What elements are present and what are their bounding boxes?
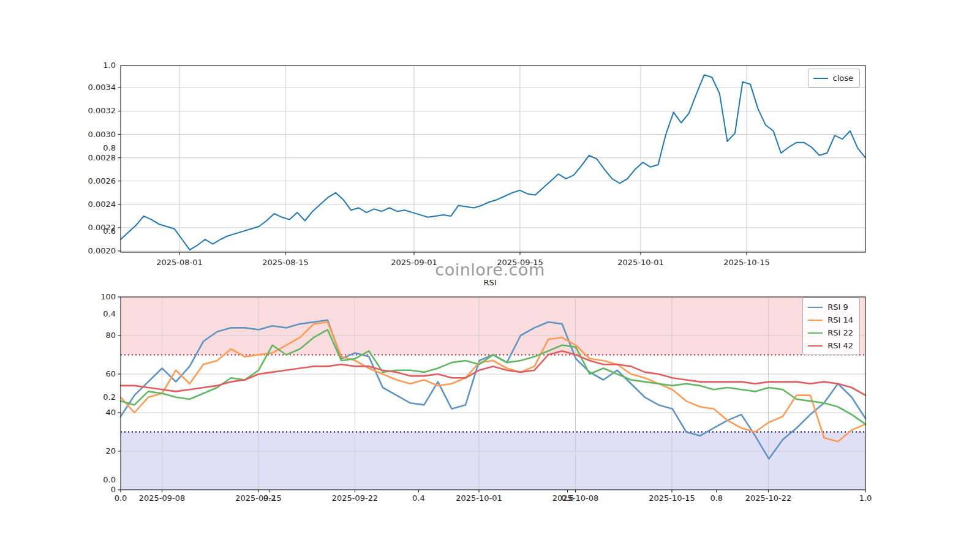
price-legend: close xyxy=(808,69,860,88)
price-y-tick-label: 0.0034 xyxy=(67,83,116,92)
overlay-y-tick-label: 1.0 xyxy=(67,61,116,70)
rsi-y-tick-label: 80 xyxy=(67,331,116,340)
legend-item-rsi42: RSI 42 xyxy=(808,339,853,352)
rsi-x-tick-label: 2025-10-08 xyxy=(539,493,612,503)
legend-label: RSI 9 xyxy=(827,302,848,312)
rsi14-line-swatch xyxy=(808,320,823,321)
rsi-x-tick-label: 2025-10-22 xyxy=(732,493,805,503)
rsi-x-tick-label: 2025-09-08 xyxy=(126,493,199,503)
rsi-x-tick-label: 2025-10-15 xyxy=(635,493,709,503)
rsi42-line-swatch xyxy=(808,345,823,347)
price-x-tick-label: 2025-08-15 xyxy=(249,258,322,268)
chart-figure: coinlore.com RSI close RSI 9 RSI 14 RSI … xyxy=(0,0,980,551)
legend-item-close: close xyxy=(813,72,853,84)
price-y-tick-label: 0.0020 xyxy=(67,246,116,256)
overlay-y-tick-label: 0.6 xyxy=(67,227,116,236)
legend-item-rsi14: RSI 14 xyxy=(808,313,853,326)
rsi9-line-swatch xyxy=(808,307,823,308)
price-x-tick-label: 2025-10-15 xyxy=(710,258,783,268)
overlay-y-tick-label: 0.0 xyxy=(67,475,116,485)
price-y-tick-label: 0.0032 xyxy=(67,106,116,116)
overlay-y-tick-label: 0.2 xyxy=(67,392,116,402)
overlay-y-tick-label: 0.8 xyxy=(67,143,116,153)
legend-item-rsi9: RSI 9 xyxy=(808,301,853,313)
price-x-tick-label: 2025-09-15 xyxy=(483,258,557,268)
price-y-tick-label: 0.0028 xyxy=(67,153,116,163)
rsi-x-tick-label: 2025-10-01 xyxy=(442,493,516,503)
rsi-y-tick-label: 0 xyxy=(67,485,116,495)
rsi-y-tick-label: 20 xyxy=(67,446,116,456)
price-x-tick-label: 2025-10-01 xyxy=(604,258,677,268)
close-line-swatch xyxy=(813,78,828,79)
rsi-legend: RSI 9 RSI 14 RSI 22 RSI 42 xyxy=(802,298,860,355)
rsi-y-tick-label: 100 xyxy=(67,292,116,302)
legend-label: RSI 22 xyxy=(827,328,853,337)
price-y-tick-label: 0.0024 xyxy=(67,200,116,209)
price-y-tick-label: 0.0026 xyxy=(67,176,116,186)
rsi22-line-swatch xyxy=(808,332,823,334)
price-x-tick-label: 2025-09-01 xyxy=(377,258,451,268)
legend-label: close xyxy=(833,73,853,83)
overlay-y-tick-label: 0.4 xyxy=(67,309,116,319)
legend-label: RSI 14 xyxy=(827,315,853,324)
price-x-tick-label: 2025-08-01 xyxy=(143,258,216,268)
rsi-y-tick-label: 40 xyxy=(67,408,116,418)
legend-item-rsi22: RSI 22 xyxy=(808,326,853,339)
rsi-x-tick-label: 2025-09-15 xyxy=(222,493,295,503)
legend-label: RSI 42 xyxy=(827,341,853,350)
rsi-x-tick-label: 2025-09-22 xyxy=(318,493,392,503)
overlay-x-tick-label: 1.0 xyxy=(829,493,902,503)
price-y-tick-label: 0.0030 xyxy=(67,130,116,140)
rsi-panel-title: RSI xyxy=(0,278,980,287)
rsi-y-tick-label: 60 xyxy=(67,369,116,379)
